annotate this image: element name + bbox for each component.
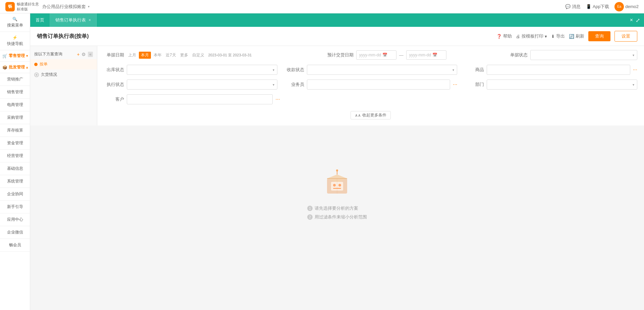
sidebar-item-quicknav[interactable]: ⚡ 快捷导航 xyxy=(0,32,30,50)
refresh-icon: 🔄 xyxy=(569,34,574,39)
empty-step-1: 1 请先选择要分析的方案 xyxy=(307,205,367,211)
sidebar-item-enterprise[interactable]: 企业协同 xyxy=(0,188,30,201)
filter-date-tabs: 上月 本月 本年 近7天 更多 自定义 xyxy=(127,52,206,59)
sidebar-item-marketing[interactable]: 营销推广 xyxy=(0,73,30,86)
payment-status-label: 收款状态 xyxy=(284,67,304,73)
collapse-scheme-button[interactable]: « xyxy=(88,52,93,57)
empty-step-2: 2 用过滤条件来缩小分析范围 xyxy=(307,214,367,220)
tab-sales-order[interactable]: 销售订单执行表 × xyxy=(50,13,97,27)
scheme-dot-debt xyxy=(34,72,39,77)
sidebar-item-appcenter[interactable]: 应用中心 xyxy=(0,213,30,226)
breadcrumb: 办公用品行业模拟账套 ▾ xyxy=(42,4,90,10)
sidebar: 🔍 搜索菜单 ⚡ 快捷导航 🛒 零售管理 ▾ 📦 批发管理 ▴ 营销推广 销售管… xyxy=(0,13,30,310)
sidebar-item-finance[interactable]: 资金管理 xyxy=(0,137,30,150)
customer-input[interactable] xyxy=(127,94,273,104)
tab-close-icon[interactable]: × xyxy=(89,18,91,22)
expected-date-end-placeholder: yyyy-mm-dd xyxy=(409,53,431,57)
order-status-select[interactable]: ▾ xyxy=(530,50,638,60)
exec-status-label: 执行状态 xyxy=(104,82,124,88)
step-2-num: 2 xyxy=(307,214,313,220)
filter-row-1: 单据日期 上月 本月 本年 近7天 更多 自定义 2023-03-01 至 20… xyxy=(104,50,637,60)
filter-group-expected-date: 预计交货日期 yyyy-mm-dd 📅 — yyyy-mm-dd 📅 xyxy=(327,50,501,60)
exec-status-select[interactable]: ▾ xyxy=(127,80,277,90)
date-tab-last-month[interactable]: 上月 xyxy=(127,52,138,59)
tab-home[interactable]: 首页 xyxy=(30,13,50,27)
retail-expand-icon: ▾ xyxy=(26,54,28,58)
salesperson-input[interactable] xyxy=(307,80,450,90)
scheme-item-debt[interactable]: 欠货情况 xyxy=(30,69,97,80)
help-icon: ❓ xyxy=(496,34,502,39)
filter-scheme-actions: + ⚙ « xyxy=(77,52,93,57)
print-dropdown-icon: ▾ xyxy=(545,34,547,39)
print-icon: 🖨 xyxy=(516,34,520,39)
sidebar-item-wholesale[interactable]: 📦 批发管理 ▴ xyxy=(0,62,30,73)
expected-date-end[interactable]: yyyy-mm-dd 📅 xyxy=(406,50,446,60)
sidebar-item-purchase[interactable]: 采购管理 xyxy=(0,111,30,124)
department-select[interactable]: ▾ xyxy=(487,80,637,90)
empty-steps: 1 请先选择要分析的方案 2 用过滤条件来缩小分析范围 xyxy=(307,205,367,220)
page-actions: ❓ 帮助 🖨 按模板打印 ▾ ⬇ 导出 🔄 刷新 xyxy=(496,31,637,42)
scheme-settings-button[interactable]: ⚙ xyxy=(82,52,86,57)
query-button[interactable]: 查询 xyxy=(588,31,610,41)
user-menu[interactable]: Ea demo2 xyxy=(614,2,639,11)
salesperson-more-icon[interactable]: ··· xyxy=(453,82,457,88)
close-window-button[interactable]: × xyxy=(630,17,633,23)
date-tab-more[interactable]: 更多 xyxy=(179,52,190,59)
export-button[interactable]: ⬇ 导出 xyxy=(551,33,565,39)
add-scheme-button[interactable]: + xyxy=(77,52,79,57)
sidebar-item-wechat[interactable]: 企业微信 xyxy=(0,226,30,239)
filter-collapse-row: ∧∧ 收起更多条件 xyxy=(104,109,637,121)
data-area: 1 请先选择要分析的方案 2 用过滤条件来缩小分析范围 xyxy=(30,125,644,260)
print-button[interactable]: 🖨 按模板打印 ▾ xyxy=(516,33,547,39)
collapse-filter-button[interactable]: ∧∧ 收起更多条件 xyxy=(351,111,391,119)
goods-more-icon[interactable]: ··· xyxy=(633,67,637,73)
settings-button[interactable]: 设置 xyxy=(614,31,637,42)
top-bar-right: 💬 消息 📱 App下载 Ea demo2 xyxy=(565,2,639,11)
svg-point-8 xyxy=(336,169,338,171)
filter-group-delivery: 出库状态 ▾ xyxy=(104,65,277,75)
customer-more-icon[interactable]: ··· xyxy=(275,96,280,102)
app-download-button[interactable]: 📱 App下载 xyxy=(586,4,609,10)
order-status-label: 单据状态 xyxy=(507,52,528,58)
empty-state: 1 请先选择要分析的方案 2 用过滤条件来缩小分析范围 xyxy=(307,165,367,220)
sidebar-item-guide[interactable]: 新手引导 xyxy=(0,201,30,213)
sidebar-item-system[interactable]: 系统管理 xyxy=(0,175,30,188)
quicknav-icon: ⚡ xyxy=(12,35,17,40)
expected-date-start[interactable]: yyyy-mm-dd 📅 xyxy=(356,50,396,60)
goods-input[interactable] xyxy=(487,65,630,75)
export-icon: ⬇ xyxy=(551,34,555,39)
date-tab-7days[interactable]: 近7天 xyxy=(164,52,177,59)
payment-status-select[interactable]: ▾ xyxy=(307,65,458,75)
filter-group-order-status: 单据状态 ▾ xyxy=(507,50,638,60)
sidebar-item-basic[interactable]: 基础信息 xyxy=(0,162,30,175)
sidebar-item-retail[interactable]: 🛒 零售管理 ▾ xyxy=(0,50,30,62)
customer-label: 客户 xyxy=(104,96,124,102)
help-button[interactable]: ❓ 帮助 xyxy=(496,33,512,39)
sidebar-item-sales[interactable]: 销售管理 xyxy=(0,86,30,99)
date-tab-custom[interactable]: 自定义 xyxy=(191,52,206,59)
expand-window-button[interactable]: ⤢ xyxy=(636,17,640,23)
tab-bar-actions: × ⤢ xyxy=(630,17,644,23)
exec-status-arrow-icon: ▾ xyxy=(273,83,274,87)
delivery-status-select[interactable]: ▾ xyxy=(127,65,277,75)
sidebar-item-member[interactable]: 畅会员 xyxy=(0,239,30,252)
filter-row-4: 客户 ··· xyxy=(104,94,637,104)
sidebar-item-search[interactable]: 🔍 搜索菜单 xyxy=(0,13,30,32)
sidebar-item-operation[interactable]: 经营管理 xyxy=(0,150,30,162)
delivery-status-arrow-icon: ▾ xyxy=(273,68,274,72)
date-tab-this-year[interactable]: 本年 xyxy=(152,52,163,59)
filter-scheme-panel: 按以下方案查询 + ⚙ « 按单 xyxy=(30,46,97,125)
date-tab-this-month[interactable]: 本月 xyxy=(139,52,151,59)
message-button[interactable]: 💬 消息 xyxy=(565,4,581,10)
refresh-button[interactable]: 🔄 刷新 xyxy=(569,33,584,39)
breadcrumb-dropdown-icon[interactable]: ▾ xyxy=(88,5,90,8)
sidebar-item-ecommerce[interactable]: 电商管理 xyxy=(0,99,30,111)
filter-group-department: 部门 ▾ xyxy=(464,80,637,90)
delivery-status-label: 出库状态 xyxy=(104,67,124,73)
filter-group-payment: 收款状态 ▾ xyxy=(284,65,458,75)
scheme-item-order[interactable]: 按单 xyxy=(30,59,97,69)
top-bar: 畅 畅捷通好生意 标准版 办公用品行业模拟账套 ▾ 💬 消息 📱 App下载 E… xyxy=(0,0,644,13)
sidebar-item-inventory[interactable]: 库存核算 xyxy=(0,124,30,137)
app-download-icon: 📱 xyxy=(586,4,591,9)
logo-text: 畅捷通好生意 标准版 xyxy=(17,2,39,11)
